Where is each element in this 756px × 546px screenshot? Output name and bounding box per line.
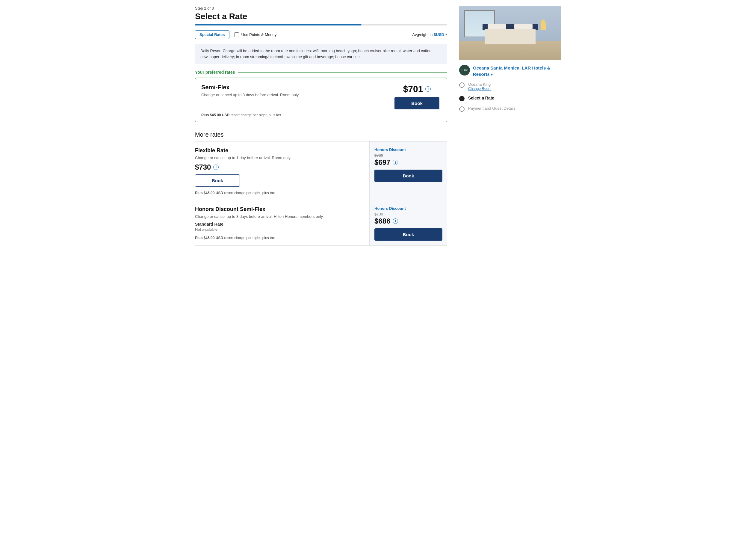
points-money-label[interactable]: Use Points & Money [234,32,277,37]
hotel-image [459,6,561,60]
honors-semiflex-honors-book-button[interactable]: Book [374,228,442,240]
steps-list: Oceana King Change Room Select a Rate Pa… [459,82,561,112]
info-banner-text: Daily Resort Charge will be added to the… [200,49,433,59]
preferred-rate-row: Semi-Flex Change or cancel up to 3 days … [201,84,441,109]
step-item-rate: Select a Rate [459,96,561,101]
flexible-resort-charge: Plus $45.00 USD resort charge per night,… [195,191,365,195]
hotel-name-row: LXR Oceana Santa Monica, LXR Hotels & Re… [459,65,561,77]
honors-semiflex-honors-label: Honors Discount [374,206,442,211]
preferred-rates-label: Your preferred rates [195,70,447,75]
preferred-rate-desc-col: Semi-Flex Change or cancel up to 3 days … [201,84,393,100]
step-rate-label: Select a Rate [468,96,494,100]
step-room-label: Oceana King [468,82,491,87]
preferred-rate-card: Semi-Flex Change or cancel up to 3 days … [195,78,447,122]
flexible-rate-left: Flexible Rate Change or cancel up to 1 d… [195,141,369,200]
flexible-rate-row: Flexible Rate Change or cancel up to 1 d… [195,141,447,200]
step-item-room-content: Oceana King Change Room [468,82,491,91]
honors-semiflex-honors-info-icon[interactable]: i [393,218,398,224]
preferred-price: $701 [403,84,423,94]
special-rates-button[interactable]: Special Rates [195,30,229,39]
flexible-standard-price-row: $730 i [195,163,365,171]
progress-bar-fill [195,24,362,25]
step-item-room: Oceana King Change Room [459,82,561,91]
honors-semiflex-standard-label: Standard Rate [195,222,365,226]
step-circle-payment [459,106,465,112]
flexible-honors-book-button[interactable]: Book [374,170,442,182]
flexible-standard-info-icon[interactable]: i [213,164,219,170]
page-title: Select a Rate [195,12,447,21]
honors-semiflex-honors-original-price: $730 [374,212,442,216]
honors-semiflex-honors-price-row: $686 i [374,217,442,225]
points-money-checkbox[interactable] [234,32,239,37]
honors-semiflex-honors-price: $686 [374,217,390,225]
preferred-rate-price-col: $701 i Book [393,84,441,109]
step-item-payment-content: Payment and Guest Details [468,106,515,111]
step-item-payment: Payment and Guest Details [459,106,561,112]
flexible-honors-label: Honors Discount [374,147,442,152]
honors-semiflex-honors-col: Honors Discount $730 $686 i Book [369,200,447,245]
preferred-rate-desc: Change or cancel up to 3 days before arr… [201,93,393,97]
honors-semiflex-not-available: Not available [195,227,365,232]
points-money-text: Use Points & Money [241,32,277,37]
avg-night-label: Avg/night in [412,32,433,37]
toolbar: Special Rates Use Points & Money Avg/nig… [195,30,447,39]
preferred-book-button[interactable]: Book [394,97,439,109]
preferred-info-icon[interactable]: i [425,86,431,92]
preferred-rate-name: Semi-Flex [201,84,393,91]
main-content: Step 2 of 3 Select a Rate Special Rates … [195,6,447,246]
preferred-resort-charge: Plus $45.00 USD resort charge per night,… [201,113,441,117]
flexible-standard-price: $730 [195,163,211,171]
flexible-honors-info-icon[interactable]: i [393,160,398,165]
preferred-price-row: $701 i [403,84,431,94]
step-circle-room [459,82,465,88]
hotel-dropdown-arrow[interactable]: ▾ [491,73,493,76]
honors-semiflex-rate-desc: Change or cancel up to 3 days before arr… [195,214,365,219]
step-payment-label: Payment and Guest Details [468,106,515,111]
sidebar-hotel-info: LXR Oceana Santa Monica, LXR Hotels & Re… [459,60,561,112]
honors-semiflex-standard-block: Standard Rate Not available [195,222,365,232]
flexible-honors-price: $697 [374,158,390,167]
more-rates-header: More rates [195,131,447,141]
honors-semiflex-left: Honors Discount Semi-Flex Change or canc… [195,200,369,245]
progress-bar [195,24,447,25]
honors-semiflex-resort-charge: Plus $45.00 USD resort charge per night,… [195,236,365,240]
currency-dropdown-arrow[interactable]: ▾ [445,33,447,37]
hotel-room-art [459,6,561,60]
currency-selector[interactable]: $USD [434,32,444,37]
info-banner: Daily Resort Charge will be added to the… [195,44,447,64]
hotel-name[interactable]: Oceana Santa Monica, LXR Hotels & Resort… [473,65,561,77]
flexible-rate-name: Flexible Rate [195,147,365,154]
sidebar: LXR Oceana Santa Monica, LXR Hotels & Re… [459,6,561,246]
flexible-honors-original-price: $730 [374,153,442,158]
flexible-honors-price-row: $697 i [374,158,442,167]
hotel-avatar: LXR [459,65,470,75]
flexible-standard-book-button[interactable]: Book [195,174,240,187]
step-item-rate-content: Select a Rate [468,96,494,100]
step-circle-rate [459,96,465,101]
honors-semiflex-rate-row: Honors Discount Semi-Flex Change or canc… [195,200,447,246]
step-label: Step 2 of 3 [195,6,447,10]
flexible-rate-desc: Change or cancel up to 1 day before arri… [195,155,365,160]
honors-semiflex-rate-name: Honors Discount Semi-Flex [195,206,365,212]
step-room-change-link[interactable]: Change Room [468,87,491,91]
flexible-honors-col: Honors Discount $730 $697 i Book [369,141,447,200]
avg-night-display: Avg/night in $USD ▾ [412,32,447,37]
toolbar-left: Special Rates Use Points & Money [195,30,276,39]
